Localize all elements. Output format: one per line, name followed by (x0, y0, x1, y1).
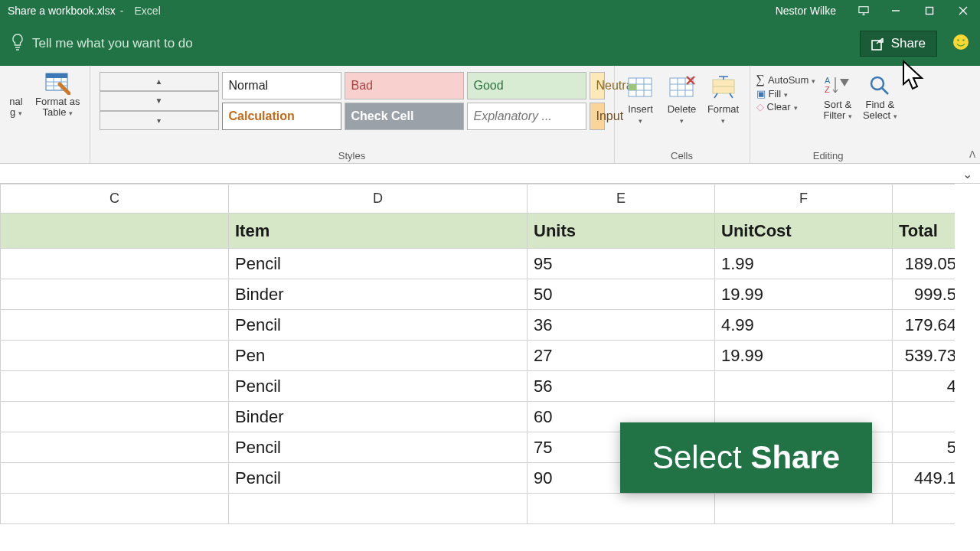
format-as-table-button[interactable]: Format asTable (32, 69, 83, 120)
svg-rect-0 (859, 7, 868, 13)
maximize-button[interactable] (913, 0, 946, 21)
instruction-banner: Select Share (620, 422, 872, 493)
tellme-input[interactable]: Tell me what you want to do (32, 36, 193, 51)
style-good[interactable]: Good (467, 72, 586, 99)
svg-text:Z: Z (825, 85, 830, 94)
app-name: Excel (135, 5, 161, 17)
user-name: Nestor Wilke (776, 5, 836, 17)
styles-group-label: Styles (338, 150, 365, 161)
sort-filter-button[interactable]: AZSort &Filter (820, 72, 855, 123)
svg-rect-10 (629, 84, 636, 90)
table-row: Pen2719.99539.73 (1, 341, 956, 371)
col-D: D (229, 184, 528, 214)
col-F: F (715, 184, 893, 214)
feedback-icon[interactable] (952, 34, 969, 54)
style-check-cell[interactable]: Check Cell (345, 103, 464, 130)
collapse-ribbon-icon[interactable]: ᐱ (969, 149, 975, 160)
gallery-up[interactable]: ▲ (100, 72, 219, 91)
conditional-formatting-button[interactable]: nalg (0, 69, 32, 120)
expand-formula-bar-icon[interactable]: ⌄ (955, 164, 980, 184)
formula-bar[interactable]: ⌄ (0, 164, 980, 184)
ribbon: nalg Format asTable Normal Bad Good Neut… (0, 66, 980, 164)
table-row: Pencil364.99179.64 (1, 310, 956, 341)
delete-button[interactable]: Delete (662, 70, 702, 128)
gallery-down[interactable]: ▼ (100, 91, 219, 110)
style-normal[interactable]: Normal (222, 72, 341, 99)
style-bad[interactable]: Bad (345, 72, 464, 99)
insert-button[interactable]: Insert (621, 70, 661, 128)
table-row (1, 494, 956, 524)
column-headers[interactable]: C D E F ▲ (1, 184, 956, 214)
table-row: Pencil564 (1, 371, 956, 402)
svg-rect-8 (46, 73, 67, 78)
table-header-row[interactable]: Item Units UnitCost Total (1, 214, 956, 249)
clear-button[interactable]: ◇Clear (756, 100, 816, 113)
find-select-button[interactable]: Find &Select (860, 72, 900, 123)
table-row: Pencil951.99189.05 (1, 249, 956, 279)
svg-point-6 (962, 39, 965, 41)
autosum-button[interactable]: ∑AutoSum (756, 72, 816, 87)
col-C: C (1, 184, 229, 214)
style-input[interactable]: Input (590, 103, 605, 130)
format-button[interactable]: Format (704, 70, 743, 128)
svg-text:A: A (825, 76, 831, 85)
svg-rect-2 (926, 8, 933, 15)
style-explanatory[interactable]: Explanatory ... (467, 103, 586, 130)
minimize-button[interactable] (879, 0, 913, 21)
ribbon-display-icon[interactable] (848, 5, 879, 16)
svg-point-4 (953, 34, 969, 50)
cells-group-label: Cells (671, 150, 693, 161)
svg-point-15 (871, 77, 884, 90)
svg-point-5 (957, 39, 959, 41)
close-button[interactable] (946, 0, 980, 21)
style-calculation[interactable]: Calculation (222, 103, 341, 130)
lightbulb-icon (11, 34, 24, 54)
col-E: E (528, 184, 715, 214)
editing-group-label: Editing (813, 150, 844, 161)
titlebar: Share a workbook.xlsx - Excel Nestor Wil… (0, 0, 980, 21)
style-neutral[interactable]: Neutral (590, 72, 605, 99)
table-row: Binder5019.99999.5 (1, 279, 956, 310)
gallery-more[interactable]: ▾ (100, 111, 219, 130)
tellme-bar: Tell me what you want to do Share (0, 21, 980, 66)
fill-button[interactable]: ▣Fill (756, 87, 816, 100)
filename: Share a workbook.xlsx (8, 5, 116, 17)
share-label: Share (891, 36, 926, 51)
cell-styles-gallery[interactable]: Normal Bad Good Neutral ▲▼▾ Calculation … (96, 69, 608, 133)
share-button[interactable]: Share (860, 31, 937, 57)
